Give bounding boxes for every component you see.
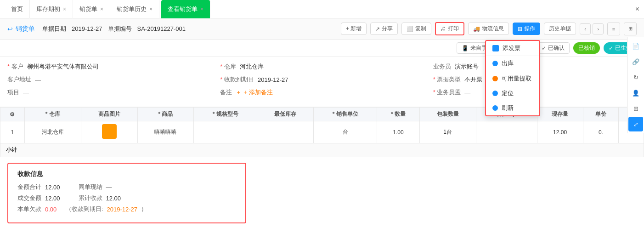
tab-home[interactable]: 首页 bbox=[5, 0, 30, 18]
right-icon-user[interactable]: 👤 bbox=[628, 85, 643, 100]
number-value: SA-20191227-001 bbox=[137, 25, 186, 32]
note-label: 备注 bbox=[220, 88, 232, 97]
tab-sales-history[interactable]: 销货单历史 × bbox=[110, 0, 159, 18]
right-icon-expand[interactable]: ⤢ bbox=[628, 117, 643, 131]
col-min-stock: 最低库存 bbox=[257, 108, 314, 121]
col-gear[interactable]: ⚙ bbox=[0, 108, 25, 121]
same-order-label: 同单现结 bbox=[79, 183, 102, 191]
main-content: ↩ 销货单 单据日期 2019-12-27 单据编号 SA-20191227-0… bbox=[0, 18, 644, 245]
customer-field: 客户 柳州粤港平安气体有限公司 bbox=[7, 63, 211, 71]
add-invoice-item[interactable]: 添发票 bbox=[486, 41, 539, 56]
row-product: 嘻嘻嘻嘻 bbox=[137, 121, 194, 143]
right-panel: 📄 🔗 ↻ 👤 ⊞ ⤢ bbox=[627, 37, 644, 133]
date-label: 单据日期 bbox=[42, 25, 66, 33]
subtotal-row: 小计 bbox=[0, 143, 644, 157]
current-debt-value: 0.00 bbox=[45, 206, 56, 213]
summary-title: 收款信息 bbox=[17, 170, 236, 178]
prev-arrow[interactable]: ‹ bbox=[580, 23, 591, 34]
date-value: 2019-12-27 bbox=[72, 25, 102, 32]
add-note-button[interactable]: ＋ + 添加备注 bbox=[236, 88, 272, 97]
operation-button[interactable]: ⊞ 操作 bbox=[513, 23, 540, 35]
check-icon: ✓ bbox=[542, 45, 546, 51]
doc-title-area: ↩ 销货单 单据日期 2019-12-27 单据编号 SA-20191227-0… bbox=[7, 25, 186, 33]
next-arrow[interactable]: › bbox=[593, 23, 604, 34]
summary-box: 收款信息 金额合计 12.00 同单现结 — 成交金额 12.00 累计收款 1… bbox=[7, 163, 246, 223]
confirm-button[interactable]: ✓ 已确认 bbox=[537, 42, 570, 54]
list-view-button[interactable]: ≡ bbox=[607, 23, 620, 35]
doc-actions: + 新增 ↗ 分享 ⬜ 复制 🖨 打印 🚚 物流信息 ⊞ 操作 bbox=[341, 22, 637, 35]
row-qty: 1.00 bbox=[377, 121, 420, 143]
operation-wrapper: ⊞ 操作 添发票 出库 可用量提取 bbox=[513, 23, 540, 35]
truck-icon: 🚚 bbox=[473, 26, 480, 32]
grid-view-button[interactable]: ⊞ bbox=[624, 23, 637, 35]
outbound-item[interactable]: 出库 bbox=[486, 56, 539, 71]
second-toolbar: 📱 来自手机 ● 未开票 ✓ 已确认 已核销 ✓ 已生效 bbox=[0, 40, 644, 57]
col-price: 单价 bbox=[583, 108, 618, 121]
warehouse-label: 仓库 bbox=[220, 63, 236, 71]
total-collection-value: 12.00 bbox=[106, 195, 121, 202]
due-date-label: 收款到期日 bbox=[220, 75, 254, 84]
warehouse-field: 仓库 河北仓库 bbox=[220, 63, 424, 71]
nav-arrows: ‹ › bbox=[580, 23, 604, 34]
row-price: 0. bbox=[583, 121, 618, 143]
grid-icon: ⊞ bbox=[518, 26, 522, 32]
right-icon-grid[interactable]: ⊞ bbox=[628, 101, 643, 116]
cancel-button[interactable]: 已核销 bbox=[573, 42, 600, 54]
summary-row-3: 本单欠款 0.00 （收款到期日: 2019-12-27 ） bbox=[17, 205, 236, 213]
subtotal-label: 小计 bbox=[0, 143, 644, 157]
row-warehouse: 河北仓库 bbox=[24, 121, 81, 143]
copy-icon: ⬜ bbox=[407, 26, 413, 32]
close-history-tab[interactable]: × bbox=[149, 6, 153, 12]
right-icon-link[interactable]: 🔗 bbox=[628, 54, 643, 69]
due-date-field: 收款到期日 2019-12-27 bbox=[220, 75, 424, 84]
tab-view-sales[interactable]: 查看销货单 × bbox=[161, 0, 210, 18]
check2-icon: ✓ bbox=[609, 45, 613, 51]
col-spec: * 规格型号 bbox=[194, 108, 257, 121]
share-icon: ↗ bbox=[375, 26, 380, 32]
locate-item[interactable]: 定位 bbox=[486, 86, 539, 101]
share-button[interactable]: ↗ 分享 bbox=[370, 23, 398, 35]
mobile-icon: 📱 bbox=[462, 45, 469, 51]
debt-note-end: ） bbox=[141, 205, 147, 213]
amount-total-label: 金额合计 bbox=[17, 183, 41, 191]
close-all-button[interactable]: × bbox=[635, 5, 639, 13]
plus-icon: ＋ bbox=[236, 88, 242, 97]
quantity-fetch-item[interactable]: 可用量提取 bbox=[486, 71, 539, 86]
close-view-sales-tab[interactable]: × bbox=[200, 6, 203, 12]
close-sales-tab[interactable]: × bbox=[100, 6, 103, 12]
row-min-stock bbox=[257, 121, 314, 143]
col-qty: * 数量 bbox=[377, 108, 420, 121]
new-button[interactable]: + 新增 bbox=[341, 23, 367, 35]
summary-row-2: 成交金额 12.00 累计收款 12.00 bbox=[17, 194, 236, 202]
col-sales-unit: * 销售单位 bbox=[314, 108, 377, 121]
row-no: 1 bbox=[0, 121, 25, 143]
tab-bar: 首页 库存期初 × 销货单 × 销货单历史 × 查看销货单 × × bbox=[0, 0, 644, 18]
close-inventory-tab[interactable]: × bbox=[63, 6, 66, 12]
address-field: 客户地址 — bbox=[7, 75, 211, 84]
col-stock: 现存量 bbox=[537, 108, 583, 121]
history-button[interactable]: 历史单据 bbox=[544, 23, 576, 35]
quantity-fetch-icon bbox=[492, 76, 498, 81]
sales-staff-value: — bbox=[464, 89, 470, 96]
right-icon-refresh[interactable]: ↻ bbox=[628, 70, 643, 85]
customer-label: 客户 bbox=[7, 63, 23, 71]
doc-header: ↩ 销货单 单据日期 2019-12-27 单据编号 SA-20191227-0… bbox=[0, 18, 644, 40]
print-button[interactable]: 🖨 打印 bbox=[435, 22, 464, 35]
right-icon-document[interactable]: 📄 bbox=[628, 39, 643, 53]
current-debt-label: 本单欠款 bbox=[17, 205, 41, 213]
tab-inventory[interactable]: 库存期初 × bbox=[30, 0, 73, 18]
logistics-button[interactable]: 🚚 物流信息 bbox=[468, 23, 509, 35]
form-row-1: 客户 柳州粤港平安气体有限公司 仓库 河北仓库 业务员 演示账号 bbox=[7, 63, 637, 71]
doc-type-label: 销货单 bbox=[16, 25, 35, 33]
copy-button[interactable]: ⬜ 复制 bbox=[401, 23, 431, 35]
project-field: 项目 — bbox=[7, 88, 211, 97]
total-collection-item: 累计收款 12.00 bbox=[79, 194, 121, 202]
form-row-2: 客户地址 — 收款到期日 2019-12-27 票据类型 不开票 bbox=[7, 75, 637, 84]
address-label: 客户地址 bbox=[7, 75, 31, 84]
row-img bbox=[81, 121, 137, 143]
refresh-icon bbox=[492, 105, 498, 111]
refresh-item[interactable]: 刷新 bbox=[486, 101, 539, 115]
tab-sales[interactable]: 销货单 × bbox=[73, 0, 110, 18]
outbound-icon bbox=[492, 61, 498, 66]
data-table: ⚙ * 仓库 商品图片 * 商品 * 规格型号 最低库存 * 销售单位 * 数量… bbox=[0, 107, 644, 157]
